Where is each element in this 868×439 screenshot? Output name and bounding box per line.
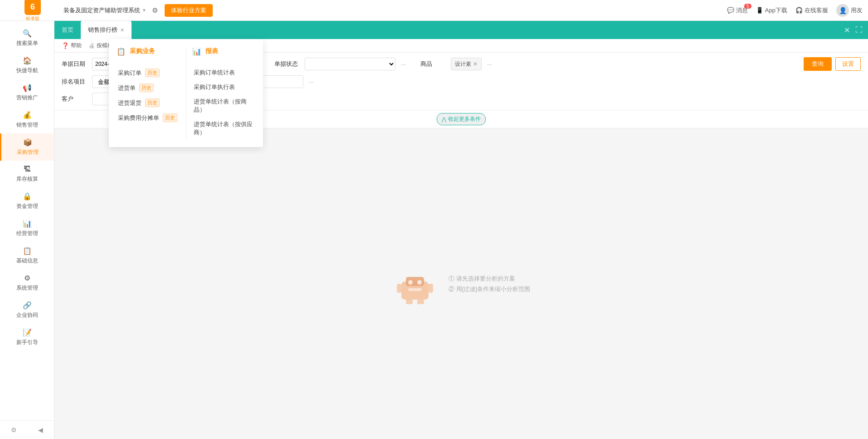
tab-sales-rank[interactable]: 销售排行榜 ✕ — [81, 21, 132, 39]
collapse-btn-label: 收起更多条件 — [448, 115, 481, 123]
home-icon: 🏠 — [23, 56, 32, 65]
goods-dots-btn[interactable]: ··· — [487, 61, 492, 68]
search-icon: 🔍 — [23, 29, 32, 38]
collab-icon: 🔗 — [23, 301, 32, 310]
tab-bar-right: ✕ ⛶ — [842, 24, 868, 36]
sidebar: 🔍 搜索菜单 🏠 快捷导航 📢 营销推广 💰 销售管理 📦 采购管理 🏗 库存核… — [0, 21, 54, 439]
report-col-icon: 📊 — [192, 46, 202, 56]
dropdown-item-order-exec[interactable]: 采购订单执行表 — [192, 80, 256, 94]
app-download-label: App下载 — [765, 6, 787, 15]
sidebar-item-system-label: 系统管理 — [16, 284, 38, 292]
dropdown-item-expense-label: 采购费用分摊单 — [118, 114, 159, 122]
goods-label: 商品 — [420, 60, 445, 68]
setting-btn[interactable]: 设置 — [835, 57, 861, 71]
salesperson-dots-btn[interactable]: ··· — [309, 79, 314, 85]
sidebar-settings-btn[interactable]: ⚙ — [11, 426, 17, 434]
online-service-label: 在线客服 — [805, 6, 828, 15]
dropdown-item-inbound[interactable]: 进货单 历史 — [116, 80, 180, 95]
empty-text: ① 请先选择要分析的方案 ② 用[过滤]条件来缩小分析范围 — [449, 273, 530, 295]
sidebar-item-newbie[interactable]: 📝 新手引导 — [0, 324, 54, 351]
message-btn[interactable]: 💬 消息 5 — [727, 6, 748, 15]
sidebar-item-sales[interactable]: 💰 销售管理 — [0, 106, 54, 133]
sidebar-item-quick-label: 快捷导航 — [16, 67, 38, 74]
dropdown-item-order-exec-label: 采购订单执行表 — [194, 83, 235, 91]
goods-tag-remove[interactable]: ✕ — [473, 61, 478, 67]
inbound-history-tag: 历史 — [139, 84, 154, 92]
marketing-icon: 📢 — [23, 84, 32, 92]
sidebar-item-collab[interactable]: 🔗 企业协同 — [0, 296, 54, 324]
user-area[interactable]: 👤 用友 — [836, 4, 863, 17]
tab-expand-btn[interactable]: ⛶ — [853, 24, 864, 36]
empty-hint2: ② 用[过滤]条件来缩小分析范围 — [449, 284, 530, 294]
svg-rect-6 — [429, 284, 433, 293]
collapse-btn[interactable]: ⋀ 收起更多条件 — [437, 113, 486, 125]
sidebar-item-basic-label: 基础信息 — [16, 257, 38, 265]
dropdown-item-inbound-supplier-label: 进货单统计表（按供应商） — [194, 120, 254, 137]
online-service-btn[interactable]: 🎧 在线客服 — [795, 6, 828, 15]
dropdown-item-return[interactable]: 进货退货 历史 — [116, 95, 180, 110]
tab-close-all-btn[interactable]: ✕ — [842, 24, 852, 36]
dropdown-item-purchase-order[interactable]: 采购订单 历史 — [116, 65, 180, 80]
tab-home[interactable]: 首页 — [54, 21, 81, 39]
tab-close-icon[interactable]: ✕ — [120, 27, 124, 33]
app-download-btn[interactable]: 📱 App下载 — [756, 6, 787, 15]
dropdown-item-return-label: 进货退货 — [118, 99, 141, 107]
dropdown-item-purchase-order-label: 采购订单 — [118, 69, 141, 77]
customer-label: 客户 — [62, 95, 87, 103]
purchase-icon: 📦 — [23, 138, 32, 147]
status-dots-btn[interactable]: ··· — [401, 61, 406, 68]
sidebar-item-finance[interactable]: 🔒 资金管理 — [0, 187, 54, 215]
message-icon: 💬 — [727, 7, 734, 14]
dropdown-item-inbound-supplier[interactable]: 进货单统计表（按供应商） — [192, 117, 256, 140]
sidebar-item-system[interactable]: ⚙ 系统管理 — [0, 269, 54, 296]
report-col-title: 📊 报表 — [192, 46, 256, 59]
sidebar-item-inventory[interactable]: 🏗 库存核算 — [0, 161, 54, 187]
svg-rect-5 — [397, 284, 401, 293]
right-content: 首页 销售排行榜 ✕ ✕ ⛶ ❓ 帮助 🖨 按模板打印 — [54, 21, 868, 439]
sidebar-item-purchase[interactable]: 📦 采购管理 — [0, 133, 54, 161]
query-btn[interactable]: 查询 — [804, 57, 832, 71]
logo-area: 6 标准版 — [5, 0, 60, 22]
system-title: 装备及固定资产辅助管理系统 — [63, 6, 140, 15]
help-icon: ❓ — [62, 42, 69, 49]
logo-subtitle: 标准版 — [26, 15, 39, 22]
operation-icon: 📊 — [23, 219, 32, 228]
empty-illustration — [392, 263, 438, 304]
logo-icon: 6 — [24, 0, 41, 15]
newbie-icon: 📝 — [23, 328, 32, 337]
help-btn[interactable]: ❓ 帮助 — [62, 42, 82, 49]
system-icon: ⚙ — [24, 274, 30, 282]
sidebar-item-operation[interactable]: 📊 经营管理 — [0, 215, 54, 242]
help-label: 帮助 — [71, 42, 82, 49]
sidebar-item-newbie-label: 新手引导 — [16, 339, 38, 346]
report-col: 📊 报表 采购订单统计表 采购订单执行表 进货单统计表（按商品） 进货单统计表（… — [192, 46, 256, 140]
tab-sales-rank-label: 销售排行榜 — [88, 26, 117, 34]
expense-history-tag: 历史 — [163, 113, 177, 122]
status-select[interactable] — [305, 58, 395, 70]
goods-tag-text: 设计素 — [455, 60, 471, 68]
sidebar-item-marketing[interactable]: 📢 营销推广 — [0, 79, 54, 106]
sidebar-item-quick[interactable]: 🏠 快捷导航 — [0, 52, 54, 79]
dropdown-item-expense[interactable]: 采购费用分摊单 历史 — [116, 110, 180, 125]
dropdown-divider — [186, 46, 186, 140]
dropdown-item-inbound-goods-label: 进货单统计表（按商品） — [194, 98, 254, 114]
sidebar-item-basic[interactable]: 📋 基础信息 — [0, 242, 54, 269]
sidebar-item-sales-label: 销售管理 — [16, 121, 38, 129]
ranking-label: 排名项目 — [62, 78, 87, 86]
top-bar: 6 标准版 装备及固定资产辅助管理系统 ▾ ⚙ 体验行业方案 💬 消息 5 📱 … — [0, 0, 868, 21]
finance-icon: 🔒 — [23, 192, 32, 201]
settings-icon[interactable]: ⚙ — [148, 4, 161, 17]
user-name: 用友 — [851, 6, 863, 15]
status-label: 单据状态 — [274, 60, 299, 68]
svg-rect-7 — [406, 300, 413, 304]
title-dropdown-icon[interactable]: ▾ — [143, 7, 146, 13]
date-label: 单据日期 — [62, 60, 87, 68]
sidebar-collapse-btn[interactable]: ◀ — [38, 426, 43, 434]
return-history-tag: 历史 — [145, 99, 160, 107]
dropdown-item-inbound-goods[interactable]: 进货单统计表（按商品） — [192, 94, 256, 117]
sales-icon: 💰 — [23, 111, 32, 119]
industry-btn[interactable]: 体验行业方案 — [165, 4, 213, 17]
dropdown-item-order-stats[interactable]: 采购订单统计表 — [192, 65, 256, 80]
sidebar-item-search[interactable]: 🔍 搜索菜单 — [0, 25, 54, 52]
sidebar-item-marketing-label: 营销推广 — [16, 94, 38, 102]
